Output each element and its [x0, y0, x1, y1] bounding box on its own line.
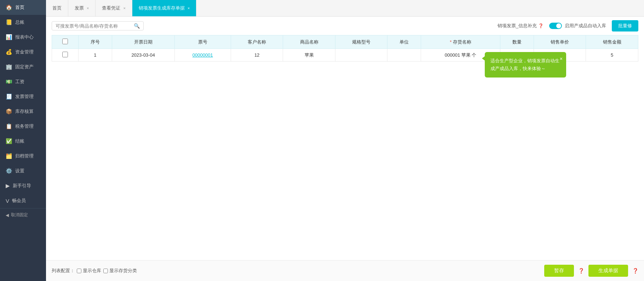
row-unit: [387, 49, 421, 62]
footer-buttons: 暂存 ❓ 生成单据 ❓: [544, 265, 638, 277]
footer-config: 列表配置： 显示仓库 显示存货分类: [52, 268, 137, 274]
col-unit-price: 销售单价: [534, 35, 586, 49]
info-help-icon[interactable]: ❓: [538, 23, 544, 28]
row-select-checkbox[interactable]: [62, 52, 68, 57]
row-date: 2023-03-04: [112, 49, 174, 62]
sidebar-item-guide[interactable]: ▶ 新手引导: [0, 178, 46, 193]
row-amount: 5: [586, 49, 638, 62]
tab-view-voucher[interactable]: 查看凭证 ×: [96, 0, 132, 16]
col-unit: 单位: [387, 35, 421, 49]
report-icon: 📊: [6, 34, 12, 40]
generate-button[interactable]: 生成单据: [588, 265, 628, 277]
tab-bar: 首页 发票 × 查看凭证 × 销项发票生成库存单据 ×: [46, 0, 644, 17]
sidebar-label-invoice-management: 发票管理: [15, 93, 34, 100]
tooltip-text: 适合生产型企业，销项发票自动生成产成品入库，快来体验～: [490, 58, 559, 71]
pin-button[interactable]: ◀ 取消固定: [0, 208, 46, 222]
pin-icon: ◀: [6, 213, 9, 218]
row-seq: 1: [78, 49, 112, 62]
show-warehouse-checkbox[interactable]: [77, 269, 81, 273]
tooltip-box: × 适合生产型企业，销项发票自动生成产成品入库，快来体验～: [485, 52, 566, 78]
col-checkbox: [52, 35, 79, 49]
show-category-checkbox[interactable]: [103, 269, 108, 273]
show-category-label[interactable]: 显示存货分类: [103, 268, 137, 274]
col-qty: 数量: [500, 35, 534, 49]
sidebar-label-payroll: 工资: [15, 79, 24, 85]
toolbar-right: 销项发票_信息补充 ❓ 启用产成品自动入库 批量修: [498, 20, 638, 31]
col-ticket-no: 票号: [174, 35, 231, 49]
tooltip-close-button[interactable]: ×: [560, 55, 563, 63]
main-content: 首页 发票 × 查看凭证 × 销项发票生成库存单据 × 🔍 销项发票_信息补充: [46, 0, 644, 281]
sidebar-item-payroll[interactable]: 💵 工资: [0, 74, 46, 89]
sidebar-item-general-ledger[interactable]: 📒 总账: [0, 15, 46, 30]
inventory-icon: 📦: [6, 108, 12, 115]
row-ticket-no[interactable]: 00000001: [174, 49, 231, 62]
col-seq: 序号: [78, 35, 112, 49]
sidebar-item-inventory[interactable]: 📦 库存核算: [0, 104, 46, 119]
info-label: 销项发票_信息补充 ❓: [498, 23, 544, 29]
assets-icon: 🏢: [6, 64, 12, 70]
sidebar-label-inventory: 库存核算: [15, 108, 34, 115]
show-warehouse-label[interactable]: 显示仓库: [77, 268, 101, 274]
sidebar-label-fixed-assets: 固定资产: [15, 64, 34, 70]
save-help-icon[interactable]: ❓: [578, 268, 584, 274]
col-inventory-name: 存货名称: [421, 35, 500, 49]
col-customer: 客户名称: [231, 35, 283, 49]
sidebar-item-checkout[interactable]: ✅ 结账: [0, 134, 46, 149]
search-box[interactable]: 🔍: [52, 21, 144, 30]
auto-warehouse-toggle[interactable]: [549, 23, 562, 29]
row-customer: 12: [231, 49, 283, 62]
sidebar-label-report-center: 报表中心: [15, 34, 34, 40]
search-icon: 🔍: [134, 23, 140, 29]
sidebar-item-settings[interactable]: ⚙️ 设置: [0, 164, 46, 178]
sidebar: 🏠 首页 📒 总账 📊 报表中心 💰 资金管理 🏢 固定资产 💵 工资 🧾 发票…: [0, 0, 46, 281]
checkout-icon: ✅: [6, 138, 12, 144]
batch-button[interactable]: 批量修: [612, 20, 638, 31]
sidebar-label-fund-management: 资金管理: [15, 49, 34, 55]
tab-home[interactable]: 首页: [46, 0, 68, 16]
sidebar-label-tax-management: 税务管理: [15, 123, 34, 130]
fund-icon: 💰: [6, 49, 12, 55]
sidebar-label-home: 首页: [15, 4, 24, 11]
sidebar-item-fixed-assets[interactable]: 🏢 固定资产: [0, 59, 46, 74]
tab-close-view-voucher[interactable]: ×: [123, 6, 125, 10]
pin-label: 取消固定: [11, 212, 28, 218]
guide-icon: ▶: [6, 183, 10, 189]
col-date: 开票日期: [112, 35, 174, 49]
vip-icon: V: [6, 198, 9, 204]
generate-help-icon[interactable]: ❓: [632, 268, 638, 274]
footer: 列表配置： 显示仓库 显示存货分类 暂存 ❓ 生成单据 ❓: [46, 260, 644, 281]
row-checkbox: [52, 49, 79, 62]
sidebar-label-archive: 归档管理: [15, 153, 34, 159]
sidebar-item-tax-management[interactable]: 📋 税务管理: [0, 119, 46, 134]
tab-invoice[interactable]: 发票 ×: [68, 0, 96, 16]
tab-generate-inventory[interactable]: 销项发票生成库存单据 ×: [132, 0, 196, 16]
sidebar-label-settings: 设置: [15, 168, 24, 174]
ledger-icon: 📒: [6, 19, 12, 25]
col-product: 商品名称: [283, 35, 335, 49]
sidebar-label-guide: 新手引导: [13, 183, 31, 189]
sidebar-item-archive[interactable]: 🗂️ 归档管理: [0, 149, 46, 164]
sidebar-label-vip: 畅会员: [12, 197, 26, 204]
sidebar-item-invoice-management[interactable]: 🧾 发票管理: [0, 89, 46, 104]
page-content: 🔍 销项发票_信息补充 ❓ 启用产成品自动入库 批量修: [46, 17, 644, 281]
sidebar-label-checkout: 结账: [15, 138, 24, 144]
select-all-checkbox[interactable]: [62, 39, 68, 44]
col-amount: 销售金额: [586, 35, 638, 49]
settings-icon: ⚙️: [6, 168, 12, 174]
save-button[interactable]: 暂存: [544, 265, 574, 277]
sidebar-item-vip[interactable]: V 畅会员: [0, 193, 46, 208]
row-product: 苹果: [283, 49, 335, 62]
sidebar-item-report-center[interactable]: 📊 报表中心: [0, 30, 46, 45]
sidebar-item-home[interactable]: 🏠 首页: [0, 0, 46, 15]
home-icon: 🏠: [6, 4, 12, 11]
config-label: 列表配置：: [52, 268, 75, 274]
toggle-wrap: 启用产成品自动入库: [549, 23, 606, 29]
search-input[interactable]: [56, 23, 132, 29]
tab-close-generate-inventory[interactable]: ×: [188, 6, 190, 10]
sidebar-item-fund-management[interactable]: 💰 资金管理: [0, 45, 46, 59]
row-spec: [335, 49, 387, 62]
sidebar-label-general-ledger: 总账: [15, 19, 24, 25]
tax-icon: 📋: [6, 123, 12, 130]
tab-close-invoice[interactable]: ×: [87, 6, 89, 10]
toolbar: 🔍 销项发票_信息补充 ❓ 启用产成品自动入库 批量修: [46, 17, 644, 35]
